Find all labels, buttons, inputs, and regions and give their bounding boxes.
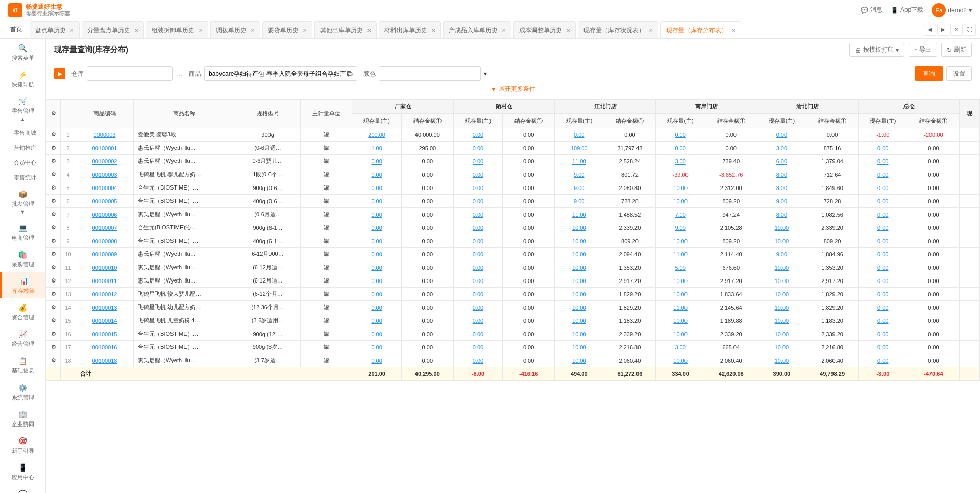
cell-code[interactable]: 00100007 — [76, 221, 134, 234]
cell-changjiacao-qty[interactable]: 0.00 — [352, 195, 402, 208]
cell-total-qty[interactable]: 0.00 — [858, 327, 908, 341]
cell-total-qty[interactable]: 0.00 — [858, 354, 908, 367]
cell-yubei-qty[interactable]: 10.00 — [757, 234, 806, 248]
tab-close[interactable]: ✕ — [502, 28, 506, 33]
sidebar-item-purchase[interactable]: 🛍️ 采购管理 — [0, 245, 45, 272]
tab-stock-status[interactable]: 现存量（库存状况表） ✕ — [578, 21, 658, 39]
cell-mucun-qty[interactable]: 0.00 — [453, 354, 503, 367]
cell-yubei-qty[interactable]: 3.00 — [757, 142, 806, 155]
sidebar-item-retail[interactable]: 🛒 零售管理 ▲ — [0, 92, 45, 125]
message-btn[interactable]: 💬 消息 — [861, 6, 883, 14]
cell-settings[interactable]: ⚙ — [46, 128, 61, 142]
cell-changjiacao-qty[interactable]: 0.00 — [352, 301, 402, 314]
cell-settings[interactable]: ⚙ — [46, 221, 61, 234]
sidebar-item-finance[interactable]: 💰 资金管理 — [0, 298, 45, 325]
cell-jiangbei-qty[interactable]: 9.00 — [555, 195, 604, 208]
cell-code[interactable]: 00100013 — [76, 301, 134, 314]
tab-combo[interactable]: 组装拆卸单历史 ✕ — [146, 21, 208, 39]
cell-code[interactable]: 00100014 — [76, 314, 134, 327]
sidebar-item-operation[interactable]: 📈 经营管理 — [0, 325, 45, 351]
cell-yubei-qty[interactable]: 0.00 — [757, 128, 806, 142]
cell-code[interactable]: 00100011 — [76, 274, 134, 288]
tab-adjust[interactable]: 调拨单历史 ✕ — [210, 21, 260, 39]
cell-nanan-qty[interactable]: 3.00 — [656, 341, 705, 354]
sidebar-item-wholesale[interactable]: 📦 批发管理 ▼ — [0, 185, 45, 218]
cell-settings[interactable]: ⚙ — [46, 155, 61, 168]
cell-changjiacao-qty[interactable]: 0.00 — [352, 354, 402, 367]
tab-other-out[interactable]: 其他出库单历史 ✕ — [314, 21, 377, 39]
cell-nanan-qty[interactable]: 10.00 — [656, 181, 705, 195]
tab-close-all[interactable]: ✕ — [950, 24, 963, 36]
cell-total-qty[interactable]: 0.00 — [858, 248, 908, 261]
cell-mucun-qty[interactable]: 0.00 — [453, 142, 503, 155]
cell-yubei-qty[interactable]: 10.00 — [757, 341, 806, 354]
app-download-btn[interactable]: 📱 App下载 — [891, 6, 923, 14]
sidebar-item-inventory[interactable]: 📊 库存核算 — [0, 272, 45, 298]
cell-code[interactable]: 00100012 — [76, 288, 134, 301]
sidebar-item-search[interactable]: 🔍 搜索英单 — [0, 39, 45, 65]
cell-changjiacao-qty[interactable]: 0.00 — [352, 314, 402, 327]
cell-jiangbei-qty[interactable]: 10.00 — [555, 314, 604, 327]
cell-nanan-qty[interactable]: 10.00 — [656, 234, 705, 248]
warehouse-input[interactable] — [87, 66, 173, 81]
cell-yubei-qty[interactable]: 10.00 — [757, 301, 806, 314]
tab-close[interactable]: ✕ — [303, 28, 307, 33]
cell-total-qty[interactable]: 0.00 — [858, 314, 908, 327]
cell-changjiacao-qty[interactable]: 0.00 — [352, 327, 402, 341]
cell-total-qty[interactable]: 0.00 — [858, 155, 908, 168]
cell-changjiacao-qty[interactable]: 0.00 — [352, 234, 402, 248]
sidebar-item-member[interactable]: 会员中心 — [0, 155, 45, 170]
cell-total-qty[interactable]: -1.00 — [858, 128, 908, 142]
cell-jiangbei-qty[interactable]: 109.00 — [555, 142, 604, 155]
cell-changjiacao-qty[interactable]: 0.00 — [352, 168, 402, 181]
cell-jiangbei-qty[interactable]: 11.00 — [555, 208, 604, 221]
cell-code[interactable]: 0000003 — [76, 128, 134, 142]
cell-total-qty[interactable]: 0.00 — [858, 288, 908, 301]
cell-code[interactable]: 00100010 — [76, 261, 134, 274]
cell-yubei-qty[interactable]: 10.00 — [757, 327, 806, 341]
setting-button[interactable]: 设置 — [946, 66, 972, 81]
cell-total-qty[interactable]: 0.00 — [858, 234, 908, 248]
cell-mucun-qty[interactable]: 0.00 — [453, 274, 503, 288]
collapse-btn[interactable]: ▶ — [54, 68, 65, 79]
cell-total-qty[interactable]: 0.00 — [858, 274, 908, 288]
cell-nanan-qty[interactable]: 11.00 — [656, 248, 705, 261]
cell-settings[interactable]: ⚙ — [46, 314, 61, 327]
cell-code[interactable]: 00100018 — [76, 354, 134, 367]
cell-yubei-qty[interactable]: 10.00 — [757, 288, 806, 301]
cell-settings[interactable]: ⚙ — [46, 327, 61, 341]
cell-nanan-qty[interactable]: 9.00 — [656, 221, 705, 234]
cell-total-qty[interactable]: 0.00 — [858, 301, 908, 314]
user-area[interactable]: Ea demo2 ▾ — [932, 3, 972, 17]
cell-settings[interactable]: ⚙ — [46, 168, 61, 181]
sidebar-item-system[interactable]: ⚙️ 系统管理 — [0, 379, 45, 405]
cell-mucun-qty[interactable]: 0.00 — [453, 314, 503, 327]
cell-code[interactable]: 00100016 — [76, 341, 134, 354]
tab-close[interactable]: ✕ — [367, 28, 371, 33]
cell-nanan-qty[interactable]: 7.00 — [656, 208, 705, 221]
cell-mucun-qty[interactable]: 0.00 — [453, 195, 503, 208]
tab-close[interactable]: ✕ — [431, 28, 435, 33]
cell-jiangbei-qty[interactable]: 10.00 — [555, 301, 604, 314]
cell-settings[interactable]: ⚙ — [46, 301, 61, 314]
cell-nanan-qty[interactable]: 0.00 — [656, 128, 705, 142]
cell-nanan-qty[interactable]: 10.00 — [656, 314, 705, 327]
cell-nanan-qty[interactable]: 10.00 — [656, 288, 705, 301]
cell-total-qty[interactable]: 0.00 — [858, 168, 908, 181]
color-input[interactable] — [379, 66, 481, 81]
cell-nanan-qty[interactable]: 10.00 — [656, 274, 705, 288]
cell-total-qty[interactable]: 0.00 — [858, 261, 908, 274]
cell-settings[interactable]: ⚙ — [46, 181, 61, 195]
cell-settings[interactable]: ⚙ — [46, 261, 61, 274]
cell-yubei-qty[interactable]: 10.00 — [757, 261, 806, 274]
cell-mucun-qty[interactable]: 0.00 — [453, 301, 503, 314]
cell-settings[interactable]: ⚙ — [46, 354, 61, 367]
cell-yubei-qty[interactable]: 10.00 — [757, 221, 806, 234]
cell-changjiacao-qty[interactable]: 1.00 — [352, 142, 402, 155]
cell-nanan-qty[interactable]: -39.00 — [656, 168, 705, 181]
cell-yubei-qty[interactable]: 6.00 — [757, 155, 806, 168]
warehouse-ellipsis[interactable]: … — [176, 69, 183, 78]
tab-close[interactable]: ✕ — [251, 28, 255, 33]
cell-jiangbei-qty[interactable]: 10.00 — [555, 274, 604, 288]
tab-cost-adjust[interactable]: 成本调整单历史 ✕ — [513, 21, 576, 39]
